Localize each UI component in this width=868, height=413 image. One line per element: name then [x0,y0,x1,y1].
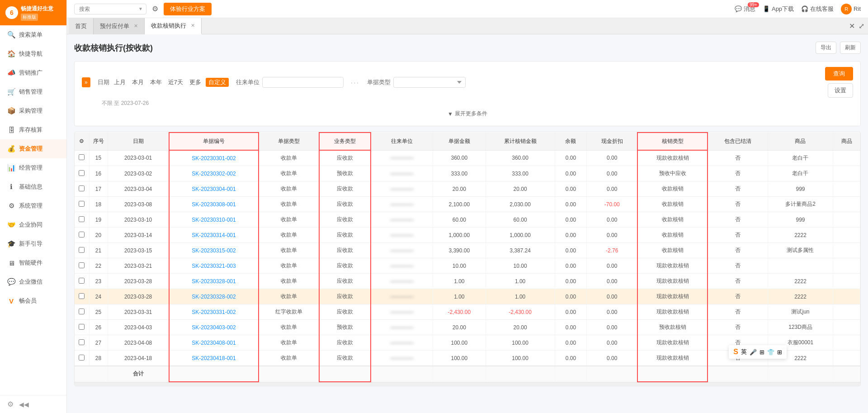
voucher-no-link[interactable]: SK-20230315-002 [192,247,236,254]
tab-prepay[interactable]: 预付应付单 ✕ [94,18,145,34]
voucher-no-link[interactable]: SK-20230302-002 [192,171,236,177]
sidebar-item-member[interactable]: V 畅会员 [0,291,66,310]
row-checkbox[interactable] [75,228,89,243]
voucher-no-link[interactable]: SK-20230418-001 [192,355,236,361]
sidebar-item-operation[interactable]: 📊 经营管理 [0,158,66,177]
horizontal-scrollbar[interactable] [75,382,860,386]
voucher-no-link[interactable]: SK-20230328-001 [192,278,236,285]
phone-icon: 📱 [763,5,770,12]
corp-icon: 🤝 [7,221,15,229]
row-checkbox[interactable] [75,197,89,212]
operation-icon: 📊 [7,164,15,172]
voucher-no-link[interactable]: SK-20230321-003 [192,263,236,269]
close-tab-icon[interactable]: ✕ [849,22,855,30]
row-voucher-no: SK-20230301-002 [169,150,259,166]
row-checkbox[interactable] [75,304,89,320]
query-button[interactable]: 查询 [825,67,853,81]
voucher-no-link[interactable]: SK-20230408-001 [192,340,236,346]
watermark-text: 英 [741,348,747,356]
row-discount: 0.00 [587,320,638,335]
messages-badge[interactable]: 💬 消息 99+ [735,5,755,13]
solution-button[interactable]: 体验行业方案 [164,3,212,15]
row-checkbox[interactable] [75,289,89,304]
date-prev-month[interactable]: 上月 [112,77,127,87]
row-checkbox[interactable] [75,181,89,197]
app-download[interactable]: 📱 App下载 [763,5,794,13]
row-balance: 0.00 [555,304,587,320]
row-checkbox[interactable] [75,274,89,289]
online-service[interactable]: 🎧 在线客服 [801,5,834,13]
tab-collection[interactable]: 收款核销执行 ✕ [145,18,202,34]
tab-prepay-close[interactable]: ✕ [134,23,138,29]
date-this-year[interactable]: 本年 [148,77,164,87]
voucher-no-link[interactable]: SK-20230331-002 [192,309,236,315]
expand-more-btn[interactable]: ▼ 展开更多条件 [448,110,487,118]
collapse-icon[interactable]: ◀◀ [19,401,29,408]
partner-input[interactable] [262,77,344,88]
refresh-button[interactable]: 刷新 [840,42,861,54]
user-avatar[interactable]: R Rit [841,4,861,14]
row-date: 2023-03-02 [108,166,169,181]
voucher-type-select[interactable] [393,77,466,88]
row-checkbox[interactable] [75,320,89,335]
date-more[interactable]: 更多 [188,77,203,87]
voucher-no-link[interactable]: SK-20230301-002 [192,155,236,161]
row-include-settled: 否 [708,274,768,289]
row-checkbox[interactable] [75,212,89,228]
sidebar-item-corp[interactable]: 🤝 企业协同 [0,215,66,234]
row-include-settled: 否 [708,258,768,274]
voucher-no-link[interactable]: SK-20230308-001 [192,201,236,208]
sidebar-item-wechat[interactable]: 💬 企业微信 [0,272,66,291]
sidebar-item-basic[interactable]: ℹ 基础信息 [0,177,66,196]
voucher-no-link[interactable]: SK-20230314-001 [192,232,236,238]
row-checkbox[interactable] [75,243,89,258]
tab-prepay-label: 预付应付单 [100,22,129,30]
sidebar-item-quicknav[interactable]: 🏠 快捷导航 [0,44,66,63]
row-accumulated: 1,000.00 [486,228,555,243]
voucher-no-link[interactable]: SK-20230304-001 [192,186,236,192]
settings-filter-button[interactable]: 设置 [828,83,853,98]
sidebar-item-label: 畅会员 [19,297,37,305]
sidebar-item-marketing[interactable]: 📣 营销推广 [0,63,66,82]
row-checkbox[interactable] [75,150,89,166]
voucher-no-link[interactable]: SK-20230328-002 [192,294,236,300]
sidebar-item-hardware[interactable]: 🖥 智能硬件 [0,253,66,272]
voucher-no-link[interactable]: SK-20230403-002 [192,324,236,331]
row-include-settled: 否 [708,320,768,335]
date-7days[interactable]: 近7天 [166,77,185,87]
sidebar-item-guide[interactable]: 🎓 新手引导 [0,234,66,253]
sidebar-item-system[interactable]: ⚙ 系统管理 [0,196,66,215]
expand-tab-icon[interactable]: ⤢ [859,22,864,30]
gear-icon[interactable]: ⚙ [152,5,158,13]
col-settings-icon[interactable]: ⚙ [79,138,84,144]
row-amount: 60.00 [433,212,486,228]
sidebar-item-search[interactable]: 🔍 搜索菜单 [0,25,66,44]
filter-left-arrow[interactable]: » [82,77,90,87]
sidebar-item-finance[interactable]: 💰 资金管理 [0,139,66,158]
sidebar-item-sales[interactable]: 🛒 销售管理 [0,82,66,101]
row-checkbox[interactable] [75,258,89,274]
search-input[interactable] [74,4,146,14]
settings-bottom-icon[interactable]: ⚙ [7,400,14,408]
row-no: 28 [89,351,108,366]
row-discount: 0.00 [587,289,638,304]
page-title-bar: 收款核销执行(按收款) 导出 刷新 [74,42,861,54]
sidebar-item-label: 销售管理 [19,88,42,96]
voucher-no-link[interactable]: SK-20230310-001 [192,217,236,223]
tab-home[interactable]: 首页 [69,18,94,34]
tab-collection-close[interactable]: ✕ [191,23,195,28]
table-row: 24 2023-03-28 SK-20230328-002 收款单 应收款 ──… [75,289,860,304]
col-settings[interactable]: ⚙ [75,133,89,150]
row-accumulated: -2,430.00 [486,304,555,320]
row-checkbox[interactable] [75,166,89,181]
sidebar-item-purchase[interactable]: 📦 采购管理 [0,101,66,120]
export-button[interactable]: 导出 [816,42,836,54]
expand-left-arrow-icon[interactable]: » [82,77,90,87]
footer-discount [587,366,638,382]
sidebar-item-inventory[interactable]: 🗄 库存核算 [0,120,66,139]
row-checkbox[interactable] [75,335,89,351]
date-custom[interactable]: 自定义 [206,78,229,87]
date-this-month[interactable]: 本月 [130,77,146,87]
row-write-off-type: 现款收款核销 [637,150,708,166]
row-checkbox[interactable] [75,351,89,366]
